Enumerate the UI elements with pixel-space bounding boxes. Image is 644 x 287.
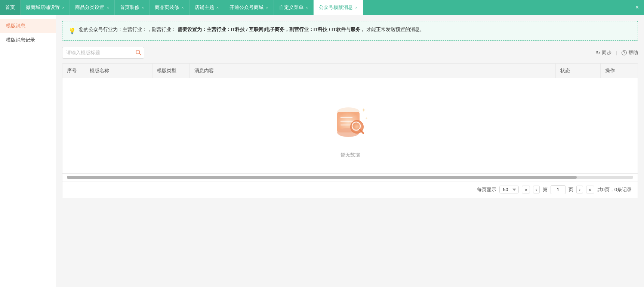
nav-store-theme-close[interactable]: × bbox=[216, 5, 219, 10]
help-label: 帮助 bbox=[628, 49, 638, 56]
nav-custom-menu-label: 自定义菜单 bbox=[279, 4, 303, 11]
prev-page-btn[interactable]: ‹ bbox=[533, 186, 540, 193]
nav-open-mall-label: 开通公众号商城 bbox=[229, 4, 264, 11]
nav-template-msg-close[interactable]: × bbox=[355, 5, 357, 10]
empty-text: 暂无数据 bbox=[341, 152, 360, 158]
nav-category-close[interactable]: × bbox=[107, 5, 109, 10]
sidebar-item-template-record-label: 模版消息记录 bbox=[6, 37, 35, 43]
notice-box: 💡 您的公众号行业为：主营行业：，副营行业： 需要设置为：主营行业：IT科技 /… bbox=[62, 21, 638, 41]
data-table: 序号 模版名称 模版类型 消息内容 状态 bbox=[62, 64, 638, 173]
col-header-index: 序号 bbox=[62, 64, 85, 78]
scrollbar-row bbox=[62, 173, 638, 181]
nav-category[interactable]: 商品分类设置 × bbox=[70, 0, 114, 15]
notice-prefix: 您的公众号行业为：主营行业：，副营行业： bbox=[79, 27, 176, 32]
search-row: ↻ 同步 | ? 帮助 bbox=[62, 47, 638, 59]
col-header-status: 状态 bbox=[555, 64, 600, 78]
table-body: ✦ ✦ 暂无数据 bbox=[62, 78, 638, 173]
search-icon bbox=[136, 50, 141, 55]
refresh-icon: ↻ bbox=[596, 50, 600, 56]
sync-label: 同步 bbox=[602, 49, 611, 56]
svg-line-1 bbox=[139, 54, 141, 55]
total-records-text: 共0页，0条记录 bbox=[597, 186, 632, 193]
nav-micro-store-close[interactable]: × bbox=[62, 5, 64, 10]
table-header-row: 序号 模版名称 模版类型 消息内容 状态 bbox=[62, 64, 638, 78]
sidebar-item-template-msg[interactable]: 模版消息 bbox=[0, 19, 56, 33]
nav-micro-store-label: 微商城店铺设置 bbox=[26, 4, 60, 11]
nav-home-decor[interactable]: 首页装修 × bbox=[115, 0, 150, 15]
notice-suffix: 才能正常发送预置的消息。 bbox=[366, 27, 425, 32]
empty-state: ✦ ✦ 暂无数据 bbox=[62, 78, 638, 173]
scrollbar-thumb[interactable] bbox=[67, 176, 577, 179]
nav-home-label: 首页 bbox=[5, 4, 15, 11]
page-size-select[interactable]: 10 20 50 100 bbox=[499, 186, 519, 193]
content-area: 💡 您的公众号行业为：主营行业：，副营行业： 需要设置为：主营行业：IT科技 /… bbox=[56, 15, 644, 287]
col-header-content: 消息内容 bbox=[189, 64, 555, 78]
nav-category-label: 商品分类设置 bbox=[75, 4, 104, 11]
nav-open-mall[interactable]: 开通公众号商城 × bbox=[224, 0, 274, 15]
sidebar-item-template-msg-label: 模版消息 bbox=[6, 23, 25, 28]
search-input-wrap bbox=[62, 47, 144, 59]
search-input[interactable] bbox=[62, 47, 144, 59]
help-button[interactable]: ? 帮助 bbox=[622, 49, 638, 56]
last-page-btn[interactable]: » bbox=[586, 186, 594, 193]
nav-store-theme[interactable]: 店铺主题 × bbox=[189, 0, 224, 15]
nav-custom-menu-close[interactable]: × bbox=[306, 5, 308, 10]
svg-text:✦: ✦ bbox=[361, 107, 366, 113]
nav-custom-menu[interactable]: 自定义菜单 × bbox=[274, 0, 314, 15]
toolbar-divider: | bbox=[616, 50, 617, 55]
nav-product-decor-label: 商品页装修 bbox=[155, 4, 179, 11]
main-layout: 模版消息 模版消息记录 💡 您的公众号行业为：主营行业：，副营行业： 需要设置为… bbox=[0, 15, 644, 287]
nav-open-mall-close[interactable]: × bbox=[266, 5, 268, 10]
sync-button[interactable]: ↻ 同步 bbox=[596, 49, 611, 56]
page-word: 第 bbox=[543, 186, 548, 193]
question-icon: ? bbox=[622, 50, 627, 55]
toolbar-right: ↻ 同步 | ? 帮助 bbox=[596, 49, 638, 56]
page-size-label: 每页显示 bbox=[477, 186, 496, 193]
sidebar: 模版消息 模版消息记录 bbox=[0, 15, 56, 287]
col-header-name: 模版名称 bbox=[85, 64, 152, 78]
nav-template-msg-label: 公众号模版消息 bbox=[319, 4, 353, 11]
empty-state-row: ✦ ✦ 暂无数据 bbox=[62, 78, 638, 173]
nav-micro-store[interactable]: 微商城店铺设置 × bbox=[21, 0, 70, 15]
bulb-icon: 💡 bbox=[68, 26, 76, 36]
empty-illustration: ✦ ✦ bbox=[328, 101, 373, 146]
nav-product-decor[interactable]: 商品页装修 × bbox=[150, 0, 189, 15]
pagination: 每页显示 10 20 50 100 « ‹ 第 页 › bbox=[62, 181, 638, 198]
notice-text: 您的公众号行业为：主营行业：，副营行业： 需要设置为：主营行业：IT科技 / 互… bbox=[79, 26, 632, 34]
col-header-type: 模版类型 bbox=[152, 64, 189, 78]
first-page-btn[interactable]: « bbox=[522, 186, 530, 193]
col-header-action: 操作 bbox=[600, 64, 638, 78]
notice-highlight: 需要设置为：主营行业：IT科技 / 互联网|电子商务，副营行业：IT科技 / I… bbox=[178, 27, 365, 32]
svg-text:✦: ✦ bbox=[365, 117, 368, 120]
nav-store-theme-label: 店铺主题 bbox=[195, 4, 214, 11]
nav-home-decor-close[interactable]: × bbox=[142, 5, 144, 10]
nav-home[interactable]: 首页 bbox=[0, 0, 21, 15]
nav-product-decor-close[interactable]: × bbox=[181, 5, 184, 10]
search-button[interactable] bbox=[136, 50, 141, 55]
top-nav: 首页 微商城店铺设置 × 商品分类设置 × 首页装修 × 商品页装修 × 店铺主… bbox=[0, 0, 644, 15]
sidebar-item-template-record[interactable]: 模版消息记录 bbox=[0, 33, 56, 47]
page-word2: 页 bbox=[568, 186, 573, 193]
page-number-input[interactable] bbox=[551, 185, 566, 194]
nav-template-msg[interactable]: 公众号模版消息 × bbox=[314, 0, 363, 15]
next-page-btn[interactable]: › bbox=[576, 186, 583, 193]
nav-close-all-btn[interactable]: × bbox=[630, 0, 644, 15]
scrollbar-track[interactable] bbox=[67, 176, 633, 179]
nav-home-decor-label: 首页装修 bbox=[120, 4, 139, 11]
table-wrapper: 序号 模版名称 模版类型 消息内容 状态 bbox=[62, 63, 638, 198]
